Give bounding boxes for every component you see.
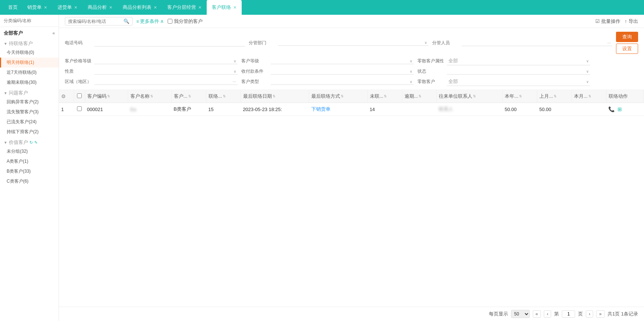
close-icon[interactable]: ✕ [109,5,112,10]
more-conditions-btn[interactable]: ≡ 更多条件 ∧ [136,18,164,25]
my-customers-checkbox[interactable]: 我分管的客户 [168,18,203,25]
last-contact-link[interactable]: 下销货单 [311,106,330,112]
set-button[interactable]: 设置 [616,44,638,54]
collapse-icon: « [52,31,55,36]
refresh-icon[interactable]: ↻ [29,140,33,145]
per-page-label: 每页显示 [489,311,508,317]
nav-tab-customer-layer[interactable]: 客户分层经营 ✕ [162,0,207,15]
row-select-checkbox[interactable] [77,106,82,111]
sidebar-search-box[interactable]: 🔍 [0,15,59,27]
last-page-btn[interactable]: » [596,310,605,318]
row-unlinkday: 14 [367,103,402,116]
per-page-select[interactable]: 50 100 200 [511,310,530,318]
filter-region-select[interactable]: ··· [94,79,238,85]
col-contact-person[interactable]: 往来单位联系人 ⇅ [437,90,503,103]
search-icon[interactable]: 🔍 [123,18,129,24]
filter-toolbar: 🔍 ≡ 更多条件 ∧ 我分管的客户 ☑ 批量操作 ↑ 导出 [59,15,644,28]
col-actions: 联络动作 [606,90,644,103]
phone-icon[interactable]: 📞 [608,106,615,112]
sidebar-item-tomorrow[interactable]: 明天待联络(1) [0,58,59,68]
nav-tab-product-list[interactable]: 商品分析列表 ✕ [118,0,162,15]
gear-icon[interactable]: ⚙ [61,93,66,99]
col-code[interactable]: 客户编码 ⇅ [85,90,128,103]
sidebar-item-class-a[interactable]: A类客户(1) [0,156,59,166]
grid-icon[interactable]: ⊞ [617,106,622,112]
filter-nature-select[interactable]: ∨ [94,69,238,75]
col-unlinkday[interactable]: 未联... ⇅ [367,90,402,103]
filter-person-select[interactable]: ··· [462,40,612,46]
filter-nature: 性质 ∨ [65,68,238,75]
batch-op-btn[interactable]: ☑ 批量操作 [595,18,620,25]
edit-icon[interactable]: ✎ [34,140,38,145]
col-last-contact-method[interactable]: 最后联络方式 ⇅ [309,90,367,103]
col-contacts[interactable]: 联络... ⇅ [206,90,241,103]
sidebar-search-input[interactable] [4,18,59,23]
sort-icon: ⇅ [588,94,591,98]
sidebar-group-problem[interactable]: ▼ 问题客户 [0,87,59,97]
close-icon[interactable]: ✕ [198,5,202,10]
filter-payment-select[interactable]: ∨ [271,69,414,75]
filter-customer-type-select[interactable]: ∨ [271,79,414,85]
select-all-checkbox[interactable] [77,93,82,98]
filter-payment: 收付款条件 ∨ [241,68,414,75]
row-last-month: 50.00 [537,103,572,116]
col-last-contact-date[interactable]: 最后联络日期 ⇅ [241,90,309,103]
sidebar-item-class-b[interactable]: B类客户(33) [0,166,59,176]
filter-status-select[interactable]: ∨ [447,69,590,75]
main-search-input[interactable] [68,19,123,24]
filter-retail-customer: 零散客户 全部 ∨ [417,77,590,86]
filter-retail-customer-select[interactable]: 全部 ∨ [447,77,590,86]
sidebar-item-7days[interactable]: 近7天待联络(0) [0,68,59,77]
row-name: Ea [128,103,172,116]
nav-tab-product-analysis[interactable]: 商品分析 ✕ [83,0,118,15]
sidebar-item-repurchase[interactable]: 回购异常客户(2) [0,97,59,107]
nav-tab-sales[interactable]: 销货单 ✕ [22,0,52,15]
filter-customer-type-label: 客户类型 [241,79,271,85]
filter-dept-select[interactable]: ∨ [278,40,429,46]
col-this-month[interactable]: 本月... ⇅ [572,90,606,103]
sidebar-item-churn-warning[interactable]: 流失预警客户(3) [0,107,59,117]
row-checkbox[interactable] [74,103,85,116]
col-last-month[interactable]: 上月... ⇅ [537,90,572,103]
col-type[interactable]: 客户... ⇅ [171,90,206,103]
close-icon[interactable]: ✕ [154,5,157,10]
next-page-btn[interactable]: › [586,310,593,318]
sidebar-item-declining[interactable]: 持续下滑客户(2) [0,127,59,137]
sidebar-item-churned[interactable]: 已流失客户(24) [0,117,59,127]
search-box[interactable]: 🔍 [65,17,133,25]
export-btn[interactable]: ↑ 导出 [625,18,638,25]
col-this-year[interactable]: 本年... ⇅ [503,90,537,103]
query-button[interactable]: 查询 [616,32,638,42]
nav-home[interactable]: 首页 [4,4,22,11]
filter-retail-attr-select[interactable]: 全部 ∨ [447,57,590,65]
sidebar-group-pending[interactable]: ▼ 待联络客户 [0,38,59,48]
prev-page-btn[interactable]: ‹ [544,310,551,318]
first-page-btn[interactable]: « [533,310,541,318]
col-settings[interactable]: ⚙ [59,90,74,103]
filter-phone-input[interactable] [94,39,245,46]
filter-customer-level: 客户等级 ∨ [241,58,414,64]
nav-tab-customer-contact[interactable]: 客户联络 ✕ [207,0,242,15]
close-icon[interactable]: ✕ [74,5,77,10]
data-table-area: ⚙ 客户编码 ⇅ 客户名称 [59,90,644,307]
nav-tab-purchase[interactable]: 进货单 ✕ [52,0,83,15]
col-checkbox[interactable] [74,90,85,103]
sidebar-item-ungrouped[interactable]: 未分组(32) [0,146,59,156]
sidebar-group-value[interactable]: ▼ 价值客户 ↻ ✎ [0,137,59,146]
chevron-down-icon: ∨ [586,69,589,73]
col-name[interactable]: 客户名称 ⇅ [128,90,172,103]
close-icon[interactable]: ✕ [44,5,47,10]
filter-price-level-select[interactable]: ∨ [94,58,238,64]
my-customers-check[interactable] [168,19,172,24]
sort-icon: ⇅ [107,94,110,98]
sidebar-item-class-c[interactable]: C类客户(6) [0,176,59,186]
filter-customer-level-select[interactable]: ∨ [271,58,414,64]
row-last-contact-method[interactable]: 下销货单 [309,103,367,116]
sidebar-item-overdue[interactable]: 逾期未联络(30) [0,77,59,87]
filter-nature-label: 性质 [65,68,94,75]
sidebar-all-customers[interactable]: 全部客户 « [0,27,59,38]
sidebar-item-today[interactable]: 今天待联络(0) [0,48,59,58]
col-overdue[interactable]: 逾期... ⇅ [402,90,437,103]
close-icon[interactable]: ✕ [233,5,237,10]
page-number-input[interactable] [562,310,575,318]
